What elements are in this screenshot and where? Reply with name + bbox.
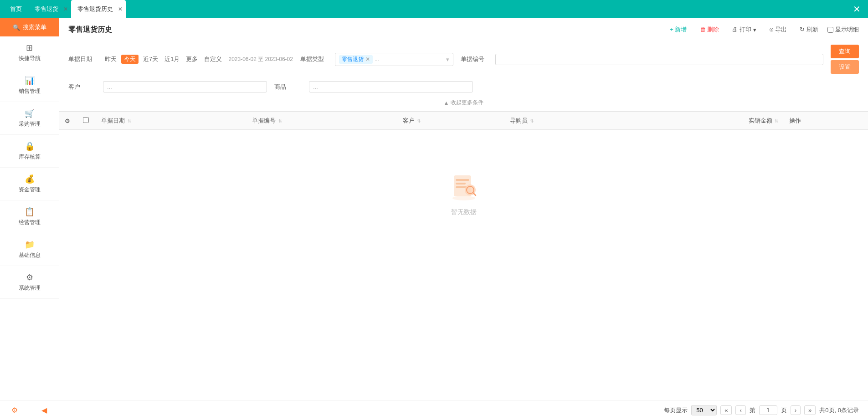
shortcut-today[interactable]: 今天 bbox=[121, 55, 139, 64]
goods-input[interactable]: ... bbox=[309, 81, 473, 92]
sidebar: 🔍 搜索菜单 ⊞ 快捷导航 📊 销售管理 🛒 采购管理 🔒 库存核算 💰 资金管… bbox=[0, 18, 59, 420]
sidebar-settings-button[interactable]: ⚙ bbox=[0, 400, 30, 420]
col-bill-no-label: 单据编号 bbox=[252, 117, 276, 124]
date-shortcuts: 昨天 今天 近7天 近1月 更多 自定义 2023-06-02 至 2023-0… bbox=[103, 55, 293, 64]
shortcut-7days[interactable]: 近7天 bbox=[141, 55, 160, 64]
sidebar-item-operations-label: 经营管理 bbox=[19, 219, 41, 226]
sidebar-item-purchase-mgmt[interactable]: 🛒 采购管理 bbox=[0, 102, 59, 135]
print-button[interactable]: 🖨 打印 ▾ bbox=[728, 24, 760, 36]
sidebar-item-quick-nav[interactable]: ⊞ 快捷导航 bbox=[0, 36, 59, 69]
display-detail-checkbox[interactable]: 显示明细 bbox=[827, 26, 859, 34]
prev-page-button[interactable]: ‹ bbox=[735, 405, 745, 415]
goods-filter-label: 商品 bbox=[274, 83, 302, 91]
tab-retail-return[interactable]: 零售退货 ✕ bbox=[28, 0, 71, 18]
filter-row-2: 客户 ... 商品 ... bbox=[68, 77, 859, 96]
tab-retail-return-history[interactable]: 零售退货历史 ✕ bbox=[71, 0, 126, 18]
operations-icon: 📋 bbox=[25, 207, 35, 217]
col-customer-sort-icon: ⇅ bbox=[417, 118, 421, 123]
query-button[interactable]: 查询 bbox=[831, 45, 859, 58]
last-page-button[interactable]: » bbox=[804, 405, 816, 415]
finance-icon: 💰 bbox=[25, 174, 35, 184]
window-close-button[interactable]: ✕ bbox=[853, 4, 868, 15]
sidebar-item-basic-info[interactable]: 📁 基础信息 bbox=[0, 233, 59, 266]
empty-text: 暂无数据 bbox=[451, 208, 477, 216]
empty-state: 暂无数据 bbox=[59, 130, 868, 253]
col-bill-no-sort-icon: ⇅ bbox=[278, 118, 282, 123]
col-amount[interactable]: 实销金额 ⇅ bbox=[633, 112, 784, 130]
col-guide-label: 导购员 bbox=[510, 117, 528, 124]
page-title: 零售退货历史 bbox=[68, 25, 112, 35]
collapse-button-label: 收起更多条件 bbox=[451, 99, 483, 107]
sidebar-item-operations[interactable]: 📋 经营管理 bbox=[0, 200, 59, 233]
sidebar-collapse-button[interactable]: ◀ bbox=[30, 400, 59, 420]
col-action: 操作 bbox=[784, 112, 868, 130]
print-button-label: 🖨 打印 bbox=[732, 26, 751, 34]
new-button[interactable]: + 新增 bbox=[666, 24, 690, 36]
shortcut-1month[interactable]: 近1月 bbox=[163, 55, 181, 64]
shortcut-custom[interactable]: 自定义 bbox=[202, 55, 224, 64]
col-bill-no[interactable]: 单据编号 ⇅ bbox=[247, 112, 397, 130]
tab-retail-return-label: 零售退货 bbox=[35, 5, 58, 13]
refresh-button[interactable]: ↻ 刷新 bbox=[796, 24, 822, 36]
tab-home-label: 首页 bbox=[10, 5, 22, 13]
table-header-row: ⚙ 单据日期 ⇅ 单据编号 ⇅ bbox=[59, 112, 868, 130]
tab-home[interactable]: 首页 bbox=[4, 0, 28, 18]
display-detail-label: 显示明细 bbox=[835, 26, 859, 34]
sidebar-item-inventory-label: 库存核算 bbox=[19, 153, 41, 161]
sidebar-item-system-mgmt-label: 系统管理 bbox=[19, 284, 41, 292]
filter-area: 单据日期 昨天 今天 近7天 近1月 更多 自定义 2023-06-02 至 2… bbox=[68, 41, 859, 111]
bill-type-tag-remove[interactable]: ✕ bbox=[365, 56, 370, 62]
sidebar-item-sales-mgmt[interactable]: 📊 销售管理 bbox=[0, 69, 59, 102]
sidebar-item-sales-mgmt-label: 销售管理 bbox=[19, 87, 41, 95]
top-bar: 首页 零售退货 ✕ 零售退货历史 ✕ ✕ bbox=[0, 0, 868, 18]
main-layout: 🔍 搜索菜单 ⊞ 快捷导航 📊 销售管理 🛒 采购管理 🔒 库存核算 💰 资金管… bbox=[0, 18, 868, 420]
bill-type-select[interactable]: 零售退货 ✕ ... ▾ bbox=[335, 53, 453, 66]
settings-button[interactable]: 设置 bbox=[831, 60, 859, 74]
export-button[interactable]: ⊙ 导出 bbox=[765, 24, 791, 36]
page-size-select[interactable]: 50 10 20 100 bbox=[691, 405, 717, 415]
print-dropdown-icon[interactable]: ▾ bbox=[753, 26, 756, 33]
first-page-button[interactable]: « bbox=[720, 405, 732, 415]
bill-no-input[interactable] bbox=[495, 54, 823, 65]
page-size-label: 每页显示 bbox=[664, 406, 688, 415]
col-guide[interactable]: 导购员 ⇅ bbox=[504, 112, 633, 130]
sidebar-item-inventory[interactable]: 🔒 库存核算 bbox=[0, 135, 59, 168]
col-customer[interactable]: 客户 ⇅ bbox=[397, 112, 504, 130]
page-title-row: 零售退货历史 + 新增 🗑 删除 🖨 打印 ▾ ⊙ 导出 bbox=[68, 24, 859, 36]
next-page-button[interactable]: › bbox=[791, 405, 801, 415]
bill-type-tag-label: 零售退货 bbox=[342, 56, 364, 63]
new-button-label: + 新增 bbox=[670, 26, 687, 34]
col-amount-sort-icon: ⇅ bbox=[775, 118, 778, 123]
export-button-label: ⊙ 导出 bbox=[769, 26, 787, 34]
display-detail-input[interactable] bbox=[827, 27, 833, 33]
sidebar-collapse-icon: ◀ bbox=[41, 406, 47, 415]
shortcut-yesterday[interactable]: 昨天 bbox=[103, 55, 118, 64]
sidebar-item-finance[interactable]: 💰 资金管理 bbox=[0, 168, 59, 200]
col-settings-icon[interactable]: ⚙ bbox=[65, 118, 70, 124]
col-settings[interactable]: ⚙ bbox=[59, 112, 77, 130]
inventory-icon: 🔒 bbox=[25, 141, 35, 151]
sidebar-item-system-mgmt[interactable]: ⚙ 系统管理 bbox=[0, 266, 59, 299]
svg-rect-2 bbox=[456, 179, 469, 181]
sidebar-search[interactable]: 🔍 搜索菜单 bbox=[0, 18, 59, 36]
col-checkbox[interactable] bbox=[77, 112, 96, 130]
collapse-button[interactable]: ▲ 收起更多条件 bbox=[444, 99, 484, 107]
shortcut-more[interactable]: 更多 bbox=[184, 55, 200, 64]
col-date[interactable]: 单据日期 ⇅ bbox=[96, 112, 247, 130]
content-area: 零售退货历史 + 新增 🗑 删除 🖨 打印 ▾ ⊙ 导出 bbox=[59, 18, 868, 420]
quick-nav-icon: ⊞ bbox=[26, 43, 33, 53]
table-area: ⚙ 单据日期 ⇅ 单据编号 ⇅ bbox=[59, 112, 868, 400]
bill-type-filter-label: 单据类型 bbox=[300, 55, 328, 63]
page-number-input[interactable] bbox=[759, 405, 777, 415]
page-unit: 页 bbox=[781, 406, 787, 415]
customer-filter-label: 客户 bbox=[68, 83, 96, 91]
tab-retail-return-history-close[interactable]: ✕ bbox=[117, 5, 124, 13]
customer-input[interactable]: ... bbox=[103, 81, 267, 92]
select-all-checkbox[interactable] bbox=[83, 117, 89, 123]
tab-retail-return-history-label: 零售退货历史 bbox=[77, 5, 113, 13]
delete-button[interactable]: 🗑 删除 bbox=[696, 24, 723, 36]
tab-retail-return-close[interactable]: ✕ bbox=[62, 5, 69, 13]
bill-type-dropdown-icon[interactable]: ▾ bbox=[446, 56, 449, 63]
sales-mgmt-icon: 📊 bbox=[25, 76, 35, 86]
date-filter-label: 单据日期 bbox=[68, 55, 96, 63]
